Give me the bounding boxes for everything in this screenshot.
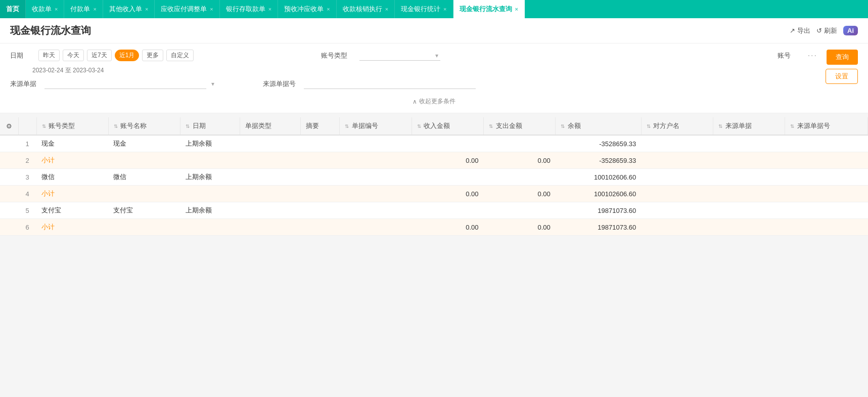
filter-buttons: 查询 设置 — [826, 50, 858, 84]
table-row: 5支付宝支付宝上期余额19871073.60 — [0, 202, 868, 219]
nav-bank-deposit[interactable]: 银行存取款单 × — [220, 0, 278, 18]
sort-arrows-icon: ⇅ — [114, 123, 118, 129]
collapse-bar[interactable]: ∧ 收起更多条件 — [10, 94, 858, 107]
date-custom[interactable]: 自定义 — [166, 50, 194, 61]
source-doc-select[interactable] — [44, 79, 206, 89]
sort-arrows-icon: ⇅ — [42, 123, 46, 129]
table-container: ⚙ ⇅ 账号类型 ⇅ 账号名称 ⇅ 日期 单据类型 — [0, 117, 868, 236]
table-row: 2小计0.000.00-3528659.33 — [0, 152, 868, 169]
nav-home[interactable]: 首页 — [0, 0, 26, 18]
date-label: 日期 — [10, 51, 30, 60]
sort-arrows-icon: ⇅ — [718, 123, 722, 129]
sort-arrows-icon: ⇅ — [489, 123, 493, 129]
account-type-select[interactable] — [359, 51, 440, 61]
close-icon[interactable]: × — [268, 6, 271, 12]
page-title: 现金银行流水查询 — [10, 24, 91, 37]
gear-icon[interactable]: ⚙ — [6, 122, 12, 130]
account-label: 账号 — [778, 51, 798, 60]
close-icon[interactable]: × — [327, 6, 330, 12]
col-counterparty: ⇅ 对方户名 — [641, 117, 713, 135]
col-source-doc: ⇅ 来源单据 — [713, 117, 785, 135]
date-last7days[interactable]: 近7天 — [87, 50, 112, 61]
data-table: ⚙ ⇅ 账号类型 ⇅ 账号名称 ⇅ 日期 单据类型 — [0, 117, 868, 236]
sort-arrows-icon: ⇅ — [417, 123, 421, 129]
col-summary: 摘要 — [301, 117, 340, 135]
close-icon[interactable]: × — [515, 6, 518, 12]
nav-collection-exec[interactable]: 收款核销执行 × — [337, 0, 395, 18]
header-actions: ↗ 导出 ↺ 刷新 Ai — [790, 26, 858, 35]
sort-arrows-icon: ⇅ — [345, 123, 349, 129]
account-type-select-wrapper — [359, 51, 440, 61]
account-more-dots[interactable]: ··· — [806, 51, 819, 60]
filter-area: 日期 昨天 今天 近7天 近1月 更多 自定义 账号类型 账号 — [0, 43, 868, 113]
table-header-row: ⚙ ⇅ 账号类型 ⇅ 账号名称 ⇅ 日期 单据类型 — [0, 117, 868, 135]
page-header: 现金银行流水查询 ↗ 导出 ↺ 刷新 Ai — [0, 18, 868, 43]
sort-arrows-icon: ⇅ — [647, 123, 651, 129]
col-account-type: ⇅ 账号类型 — [36, 117, 108, 135]
close-icon[interactable]: × — [93, 6, 96, 12]
date-more[interactable]: 更多 — [142, 50, 163, 61]
col-date: ⇅ 日期 — [180, 117, 240, 135]
nav-other-income[interactable]: 其他收入单 × — [103, 0, 155, 18]
col-settings: ⚙ — [0, 117, 18, 135]
sort-arrows-icon: ⇅ — [561, 123, 565, 129]
sort-arrows-icon: ⇅ — [790, 123, 794, 129]
close-icon[interactable]: × — [443, 6, 446, 12]
table-row: 3微信微信上期余额100102606.60 — [0, 169, 868, 186]
col-balance: ⇅ 余额 — [556, 117, 641, 135]
col-row-num — [18, 117, 36, 135]
nav-payments[interactable]: 付款单 × — [64, 0, 103, 18]
nav-advance-offset[interactable]: 预收冲应收单 × — [278, 0, 336, 18]
chevron-up-icon: ∧ — [413, 98, 417, 105]
close-icon[interactable]: × — [145, 6, 148, 12]
table-row: 4小计0.000.00100102606.60 — [0, 186, 868, 202]
export-button[interactable]: ↗ 导出 — [790, 26, 810, 35]
refresh-icon: ↺ — [816, 27, 822, 34]
col-doc-number: ⇅ 单据编号 — [340, 117, 412, 135]
nav-cash-bank-stat[interactable]: 现金银行统计 × — [395, 0, 453, 18]
col-expense: ⇅ 支出金额 — [483, 117, 555, 135]
date-last1month[interactable]: 近1月 — [115, 50, 140, 61]
nav-ar-ap-adjust[interactable]: 应收应付调整单 × — [155, 0, 219, 18]
filter-row-2: 来源单据 来源单据号 — [10, 79, 819, 89]
source-doc-num-input[interactable] — [304, 79, 476, 89]
sort-arrows-icon: ⇅ — [186, 123, 190, 129]
nav-receipts[interactable]: 收款单 × — [26, 0, 64, 18]
source-doc-num-label: 来源单据号 — [263, 79, 296, 89]
close-icon[interactable]: × — [210, 6, 213, 12]
col-doc-type: 单据类型 — [240, 117, 301, 135]
table-row: 1现金现金上期余额-3528659.33 — [0, 135, 868, 152]
date-range-display: 2023-02-24 至 2023-03-24 — [32, 67, 104, 74]
close-icon[interactable]: × — [55, 6, 58, 12]
settings-button[interactable]: 设置 — [826, 69, 858, 84]
date-yesterday[interactable]: 昨天 — [38, 50, 60, 61]
export-icon: ↗ — [790, 27, 795, 34]
col-income: ⇅ 收入金额 — [412, 117, 483, 135]
col-account-name: ⇅ 账号名称 — [108, 117, 180, 135]
source-doc-select-wrapper — [44, 79, 216, 89]
refresh-button[interactable]: ↺ 刷新 — [816, 26, 837, 35]
table-row: 6小计0.000.0019871073.60 — [0, 219, 868, 236]
filter-row-1: 日期 昨天 今天 近7天 近1月 更多 自定义 账号类型 账号 — [10, 50, 819, 61]
table-body: 1现金现金上期余额-3528659.332小计0.000.00-3528659.… — [0, 135, 868, 236]
close-icon[interactable]: × — [385, 6, 388, 12]
ai-badge[interactable]: Ai — [843, 26, 858, 35]
query-button[interactable]: 查询 — [827, 50, 858, 65]
source-doc-label: 来源单据 — [10, 79, 36, 89]
top-nav: 首页 收款单 × 付款单 × 其他收入单 × 应收应付调整单 × 银行存取款单 … — [0, 0, 868, 18]
date-options: 昨天 今天 近7天 近1月 更多 自定义 — [38, 50, 194, 61]
nav-cash-bank-flow[interactable]: 现金银行流水查询 × — [453, 0, 525, 18]
collapse-label: 收起更多条件 — [419, 97, 455, 106]
date-today[interactable]: 今天 — [63, 50, 84, 61]
account-type-label: 账号类型 — [321, 51, 351, 60]
col-source-doc-num: ⇅ 来源单据号 — [785, 117, 868, 135]
